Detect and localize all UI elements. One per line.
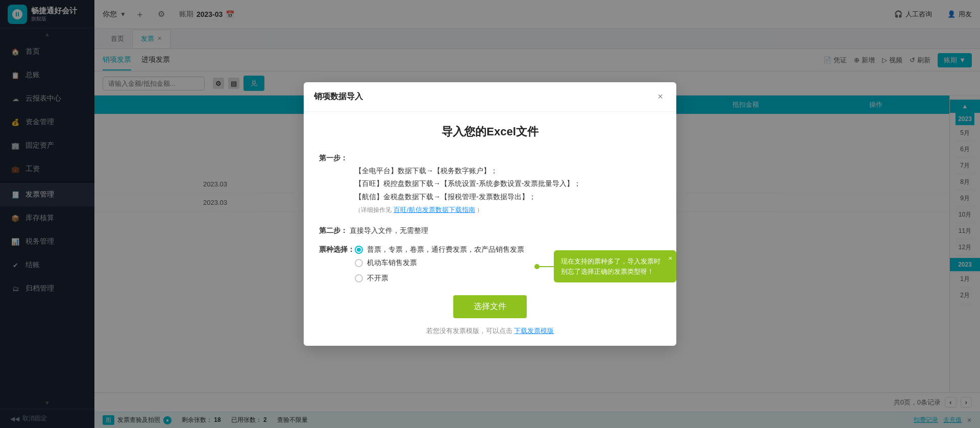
modal-overlay: 销项数据导入 × 导入您的Excel文件 第一步： 【全电平台】数据下载→【税务… [0,0,980,428]
ticket-type-group: 票种选择： 普票，专票，卷票，通行费发票，农产品销售发票 机动车销售发票 不开票 [319,245,661,283]
radio-circle-2 [355,259,363,267]
guide-link[interactable]: 百旺/航信发票数据下载指南 [394,206,475,213]
dialog-footer-note: 若您没有发票模版，可以点击 下载发票模版 [319,326,661,336]
radio-label-3: 不开票 [367,274,388,283]
select-file-btn[interactable]: 选择文件 [453,295,527,318]
tooltip-container: 现在支持的票种多了，导入发票时别忘了选择正确的发票类型呀！ × [534,250,676,282]
dialog-main-title: 导入您的Excel文件 [319,124,661,139]
radio-label-2: 机动车销售发票 [367,258,417,268]
dialog-header: 销项数据导入 × [304,82,676,112]
step2-content: 直接导入文件，无需整理 [350,226,428,234]
dialog-close-btn[interactable]: × [654,90,666,103]
step2-section: 第二步： 直接导入文件，无需整理 [319,224,661,237]
radio-label-1: 普票，专票，卷票，通行费发票，农产品销售发票 [367,245,524,254]
step1-line3: 【航信】金税盘数据下载→【报税管理-发票数据导出】； [355,191,661,203]
download-template-link[interactable]: 下载发票模版 [514,327,554,335]
tooltip-line [540,266,554,267]
step1-section: 第一步： 【全电平台】数据下载→【税务数字账户】； 【百旺】税控盘数据下载→【系… [319,152,661,216]
radio-option-1[interactable]: 普票，专票，卷票，通行费发票，农产品销售发票 [355,245,524,254]
tooltip-dot [534,264,540,269]
step1-line1: 【全电平台】数据下载→【税务数字账户】； [355,164,661,177]
tooltip-close-btn[interactable]: × [668,253,672,264]
step1-lines: 【全电平台】数据下载→【税务数字账户】； 【百旺】税控盘数据下载→【系统设置-系… [355,164,661,216]
step1-label: 第一步： [319,154,348,162]
radio-circle-1 [355,246,363,254]
step1-content: 【全电平台】数据下载→【税务数字账户】； 【百旺】税控盘数据下载→【系统设置-系… [319,164,661,216]
ticket-label: 票种选择： [319,245,355,254]
footer-note-text: 若您没有发票模版，可以点击 [426,327,512,335]
import-dialog: 销项数据导入 × 导入您的Excel文件 第一步： 【全电平台】数据下载→【税务… [304,82,676,346]
step2-label: 第二步： [319,226,348,234]
tooltip-bubble: 现在支持的票种多了，导入发票时别忘了选择正确的发票类型呀！ × [554,250,676,282]
dialog-body: 导入您的Excel文件 第一步： 【全电平台】数据下载→【税务数字账户】； 【百… [304,112,676,346]
tooltip-text: 现在支持的票种多了，导入发票时别忘了选择正确的发票类型呀！ [561,257,660,275]
radio-circle-3 [355,274,363,282]
dialog-title: 销项数据导入 [314,91,363,102]
step1-note: （详细操作见 百旺/航信发票数据下载指南 ） [355,203,661,216]
step1-line2: 【百旺】税控盘数据下载→【系统设置-系统参数设置-发票批量导入】； [355,177,661,190]
